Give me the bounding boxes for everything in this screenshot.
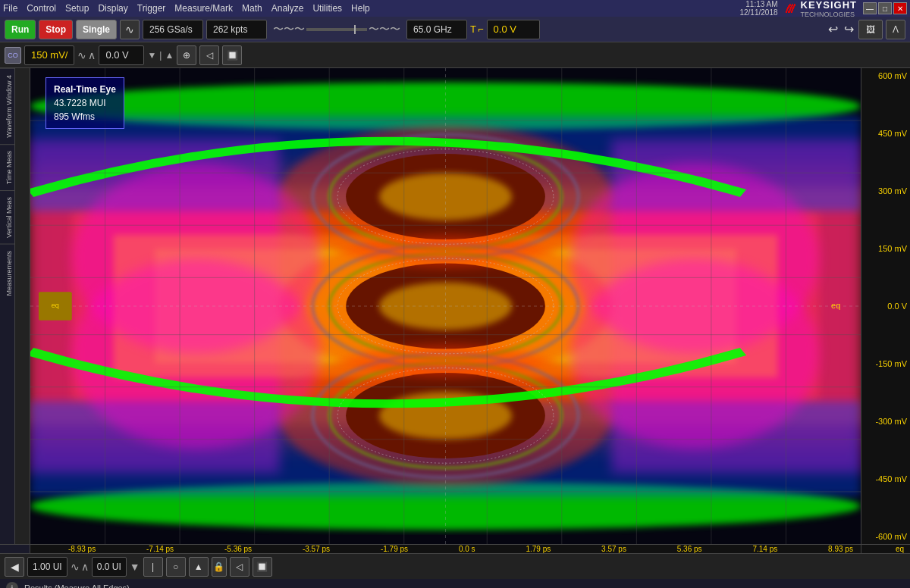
- screenshot-button[interactable]: 🖼: [858, 20, 883, 39]
- vertical-tabs-panel: Waveform Window 4 Time Meas Vertical Mea…: [0, 68, 15, 544]
- brand-subtitle: TECHNOLOGIES: [801, 11, 857, 18]
- menu-analyze[interactable]: Analyze: [271, 3, 304, 14]
- title-right: 11:13 AM 12/11/2018 ⫻ KEYSIGHT TECHNOLOG…: [739, 0, 907, 18]
- bottom-wave-icons: ∿∧: [71, 561, 89, 573]
- prev-button[interactable]: ◀: [5, 557, 24, 577]
- trigger-edge-icon: ⌐: [478, 23, 484, 35]
- menu-setup[interactable]: Setup: [65, 3, 89, 14]
- undo-button[interactable]: ↩: [827, 22, 839, 36]
- channel-bar: CO 150 mV/ ∿∧ 0.0 V ▼ | ▲ ⊕ ◁ 🔲: [0, 42, 910, 68]
- svg-point-29: [72, 258, 322, 449]
- brand-name: KEYSIGHT: [801, 0, 857, 11]
- y-axis-panel: 600 mV 450 mV 300 mV 150 mV 0.0 V -150 m…: [861, 68, 910, 544]
- run-button[interactable]: Run: [5, 20, 36, 39]
- channel-indicator[interactable]: CO: [5, 47, 21, 64]
- status-bar: ℹ Results (Measure All Edges): [0, 579, 910, 588]
- main-area: Waveform Window 4 Time Meas Vertical Mea…: [0, 68, 910, 544]
- scope-display[interactable]: eq eq Real-Time Eye 43.7228 MUI 895 Wfms: [30, 68, 861, 544]
- x-label-5: 0.0 s: [459, 545, 475, 553]
- bottom-ctrl-3[interactable]: ▲: [189, 557, 209, 577]
- bottom-ctrl-2[interactable]: ○: [166, 557, 186, 577]
- tab-time-meas[interactable]: Time Meas: [0, 144, 14, 190]
- x-axis-eq-label: eq: [896, 545, 907, 553]
- add-channel-button[interactable]: ⊕: [177, 45, 196, 65]
- trigger-t-label: T: [470, 23, 476, 35]
- main-toolbar: Run Stop Single ∿ 256 GSa/s 262 kpts 〜〜〜…: [0, 17, 910, 42]
- annotation-title: Real-Time Eye: [54, 83, 116, 96]
- x-label-8: 5.36 ps: [677, 545, 702, 553]
- freq-display[interactable]: 65.0 GHz: [406, 20, 467, 39]
- sample-rate-display[interactable]: 256 GSa/s: [143, 20, 203, 39]
- bottom-clip-button[interactable]: 🔲: [253, 557, 272, 577]
- menu-measure[interactable]: Measure/Mark: [174, 3, 233, 14]
- annotation-box: Real-Time Eye 43.7228 MUI 895 Wfms: [46, 77, 124, 129]
- x-label-6: 1.79 ps: [526, 545, 551, 553]
- x-axis-labels: -8.93 ps -7.14 ps -5.36 ps -3.57 ps -1.7…: [61, 545, 861, 553]
- tab-vertical-meas[interactable]: Vertical Meas: [0, 190, 14, 244]
- minimize-button[interactable]: —: [863, 2, 877, 14]
- y-label-0: 0.0 V: [864, 302, 907, 311]
- y-label-300: 300 mV: [864, 186, 907, 195]
- y-label-n450: -450 mV: [864, 474, 907, 483]
- bottom-settings-button[interactable]: ◁: [230, 557, 249, 577]
- status-text: Results (Measure All Edges): [24, 583, 130, 588]
- x-label-1: -7.14 ps: [146, 545, 174, 553]
- channel-settings-button[interactable]: ◁: [199, 45, 219, 65]
- annotation-mui: 43.7228 MUI: [54, 96, 116, 110]
- tab-measurements[interactable]: Measurements: [0, 244, 14, 302]
- wave-icon: 〜〜〜: [273, 23, 305, 36]
- datetime-display: 11:13 AM 12/11/2018: [739, 0, 777, 17]
- status-icon: ℹ: [6, 582, 18, 588]
- channel-scale-display[interactable]: 150 mV/: [24, 45, 74, 65]
- ui-offset-display[interactable]: 0.0 UI: [92, 557, 127, 577]
- x-label-0: -8.93 ps: [68, 545, 96, 553]
- ui-value-display[interactable]: 1.00 UI: [27, 557, 67, 577]
- channel-clip-button[interactable]: 🔲: [222, 45, 242, 65]
- tab-waveform-window[interactable]: Waveform Window 4: [0, 68, 14, 144]
- y-label-n300: -300 mV: [864, 417, 907, 426]
- menu-trigger[interactable]: Trigger: [137, 3, 166, 14]
- x-axis-row: -8.93 ps -7.14 ps -5.36 ps -3.57 ps -1.7…: [0, 544, 910, 553]
- wave-right-icon: 〜〜〜: [369, 23, 400, 36]
- eye-diagram-svg: eq eq: [30, 68, 861, 544]
- menu-display[interactable]: Display: [98, 3, 127, 14]
- menu-control[interactable]: Control: [27, 3, 56, 14]
- bottom-controls: ▼: [130, 561, 140, 573]
- channel-offset-display[interactable]: 0.0 V: [99, 45, 144, 65]
- x-label-10: 8.93 ps: [828, 545, 853, 553]
- channel-sidebar: [15, 68, 30, 544]
- trigger-voltage-display[interactable]: 0.0 V: [487, 20, 540, 39]
- menu-bar: File Control Setup Display Trigger Measu…: [3, 3, 370, 14]
- bottom-toolbar: ◀ 1.00 UI ∿∧ 0.0 UI ▼ | ○ ▲ 🔒 ◁ 🔲: [0, 553, 910, 579]
- menu-utilities[interactable]: Utilities: [312, 3, 342, 14]
- maximize-button[interactable]: □: [878, 2, 892, 14]
- mem-depth-display[interactable]: 262 kpts: [206, 20, 267, 39]
- x-label-7: 3.57 ps: [601, 545, 626, 553]
- x-label-9: 7.14 ps: [752, 545, 777, 553]
- x-label-2: -5.36 ps: [224, 545, 252, 553]
- menu-math[interactable]: Math: [242, 3, 262, 14]
- y-label-450: 450 mV: [864, 129, 907, 138]
- window-controls[interactable]: — □ ✕: [863, 2, 907, 14]
- redo-button[interactable]: ↪: [843, 22, 855, 36]
- channel-controls: ▼ | ▲: [147, 50, 174, 61]
- menu-help[interactable]: Help: [351, 3, 370, 14]
- waveform-icon[interactable]: ∿: [120, 20, 140, 39]
- menu-file[interactable]: File: [3, 3, 17, 14]
- stop-button[interactable]: Stop: [39, 20, 73, 39]
- bottom-lock-button[interactable]: 🔒: [212, 557, 227, 577]
- analysis-button[interactable]: Λ: [886, 20, 905, 39]
- svg-text:eq: eq: [831, 301, 840, 310]
- y-label-n150: -150 mV: [864, 359, 907, 368]
- svg-point-30: [570, 258, 820, 449]
- bottom-ctrl-1[interactable]: |: [143, 557, 163, 577]
- x-label-4: -1.79 ps: [381, 545, 408, 553]
- x-label-3: -3.57 ps: [303, 545, 330, 553]
- brand-logo: ⫻ KEYSIGHT TECHNOLOGIES: [784, 0, 857, 18]
- svg-text:eq: eq: [52, 302, 59, 309]
- annotation-wfms: 895 Wfms: [54, 110, 116, 124]
- y-label-150: 150 mV: [864, 244, 907, 253]
- channel-wave-icons: ∿∧: [77, 49, 96, 61]
- close-button[interactable]: ✕: [893, 2, 907, 14]
- single-button[interactable]: Single: [76, 20, 117, 39]
